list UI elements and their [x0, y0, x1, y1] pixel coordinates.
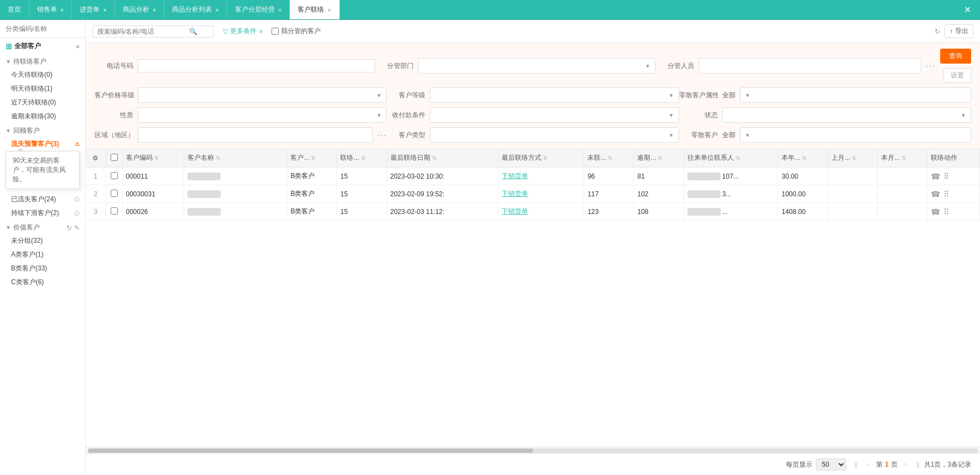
sidebar-item-lost-predict[interactable]: 流失预警客户(3) ⚠: [0, 137, 85, 151]
scrollbar-thumb[interactable]: [88, 448, 533, 453]
sidebar-item-b-class[interactable]: B类客户(33): [0, 262, 85, 275]
col-name[interactable]: 客户名称 ⇅: [184, 149, 287, 168]
sidebar-search-input[interactable]: [6, 25, 86, 33]
col-name-sort[interactable]: ⇅: [216, 155, 220, 161]
col-settings[interactable]: ⚙: [86, 149, 106, 168]
status-select[interactable]: ▼: [722, 107, 971, 123]
action-more-icon[interactable]: ⠿: [943, 190, 949, 199]
col-contact-count-sort[interactable]: ⇅: [361, 155, 366, 161]
sidebar-item-week[interactable]: 近7天待联络(0): [0, 96, 85, 109]
search-input[interactable]: [97, 28, 186, 35]
col-type[interactable]: 客户... ⇅: [287, 149, 337, 168]
action-contact-icon[interactable]: ☎: [931, 207, 940, 216]
payment-select[interactable]: ▼: [430, 107, 679, 123]
action-contact-icon[interactable]: ☎: [931, 190, 940, 199]
row-checkbox[interactable]: [111, 207, 118, 215]
col-last-date[interactable]: 最后联络日期 ⇅: [387, 149, 498, 168]
edit-value-icon[interactable]: ✎: [74, 224, 80, 232]
person-dots[interactable]: ···: [926, 61, 936, 70]
sidebar-item-overdue[interactable]: 逾期未联络(30): [0, 109, 85, 123]
sidebar-item-already-lost[interactable]: 已流失客户(24) ⓘ: [0, 192, 85, 206]
zero-customer-select[interactable]: ▼: [740, 127, 971, 143]
search-icon[interactable]: 🔍: [189, 28, 197, 35]
col-last-method-sort[interactable]: ⇅: [543, 155, 548, 161]
tab-analysis-list[interactable]: 商品分析列表 ×: [164, 0, 227, 19]
tab-sales[interactable]: 销售单 ×: [29, 0, 72, 19]
row-checkbox[interactable]: [111, 190, 118, 197]
col-code[interactable]: 客户编码 ⇅: [122, 149, 184, 168]
sidebar-item-downtrend[interactable]: 持续下滑客户(2) ⓘ: [0, 206, 85, 220]
col-contact-count[interactable]: 联络... ⇅: [337, 149, 387, 168]
region-dots[interactable]: ···: [377, 131, 387, 139]
last-method-link[interactable]: 下销货单: [502, 172, 528, 180]
col-last-method[interactable]: 最后联络方式 ⇅: [498, 149, 584, 168]
first-page-button[interactable]: ⟪: [852, 461, 860, 469]
col-overdue-sort[interactable]: ⇅: [658, 155, 662, 161]
cell-checkbox[interactable]: [106, 203, 122, 221]
tab-purchase-close[interactable]: ×: [103, 7, 106, 13]
col-this-year[interactable]: 本年... ⇅: [778, 149, 828, 168]
last-method-link[interactable]: 下销货单: [502, 207, 528, 215]
gender-select[interactable]: ▼: [138, 107, 387, 123]
sidebar-group-pending[interactable]: ▼ 待联络客户: [0, 54, 85, 68]
col-this-year-sort[interactable]: ⇅: [802, 155, 806, 161]
col-checkbox[interactable]: [106, 149, 122, 168]
action-more-icon[interactable]: ⠿: [943, 207, 949, 216]
col-last-date-sort[interactable]: ⇅: [432, 155, 436, 161]
setting-button[interactable]: 设置: [943, 68, 971, 83]
my-customers-checkbox[interactable]: [272, 28, 279, 35]
tab-customer-contact[interactable]: 客户联络 ×: [290, 0, 339, 19]
customer-level-select[interactable]: ▼: [430, 87, 679, 103]
col-not-contacted[interactable]: 未联... ⇅: [584, 149, 634, 168]
sidebar-group-value[interactable]: ▼ 价值客户 ↻ ✎: [0, 220, 85, 234]
tab-customer-contact-close[interactable]: ×: [327, 7, 331, 13]
tab-analysis[interactable]: 商品分析 ×: [115, 0, 164, 19]
row-checkbox[interactable]: [111, 172, 118, 179]
action-contact-icon[interactable]: ☎: [931, 172, 940, 181]
more-filter-button[interactable]: ▽ 更多条件 ∧: [220, 25, 266, 38]
col-unit-contact[interactable]: 往来单位联系人 ⇅: [684, 149, 778, 168]
col-unit-contact-sort[interactable]: ⇅: [736, 155, 740, 161]
tab-purchase[interactable]: 进货单 ×: [72, 0, 114, 19]
select-all-checkbox[interactable]: [111, 154, 118, 161]
scrollbar-track[interactable]: [88, 448, 978, 453]
tab-analysis-list-close[interactable]: ×: [215, 7, 218, 13]
cell-checkbox[interactable]: [106, 185, 122, 203]
region-select[interactable]: [138, 127, 373, 143]
window-close-button[interactable]: ✕: [955, 0, 980, 19]
sidebar-item-tomorrow[interactable]: 明天待联络(1): [0, 82, 85, 96]
horizontal-scrollbar[interactable]: [86, 447, 980, 453]
prev-page-button[interactable]: ＜: [862, 460, 874, 469]
col-last-month[interactable]: 上月... ⇅: [828, 149, 878, 168]
phone-input[interactable]: [138, 59, 375, 72]
col-not-contacted-sort[interactable]: ⇅: [608, 155, 612, 161]
zero-attr-select[interactable]: ▼: [740, 87, 971, 103]
export-button[interactable]: ↑ 导出: [945, 24, 973, 38]
sidebar-item-today[interactable]: 今天待联络(0): [0, 68, 85, 82]
col-last-month-sort[interactable]: ⇅: [852, 155, 856, 161]
col-type-sort[interactable]: ⇅: [311, 155, 315, 161]
col-overdue[interactable]: 逾期... ⇅: [634, 149, 684, 168]
tab-customer-segment[interactable]: 客户分层经营 ×: [227, 0, 290, 19]
tab-customer-segment-close[interactable]: ×: [278, 7, 282, 13]
person-select[interactable]: [698, 58, 921, 74]
tab-home[interactable]: 首页: [0, 0, 29, 19]
last-method-link[interactable]: 下销货单: [502, 190, 528, 197]
refresh-value-icon[interactable]: ↻: [66, 224, 72, 232]
query-button[interactable]: 查询: [940, 49, 971, 64]
price-level-select[interactable]: ▼: [138, 87, 387, 103]
sidebar-all-customers[interactable]: ⊞ 全部客户 «: [0, 38, 85, 54]
col-this-month-sort[interactable]: ⇅: [901, 155, 906, 161]
tab-analysis-close[interactable]: ×: [153, 7, 156, 13]
my-customers-checkbox-label[interactable]: 我分管的客户: [272, 27, 321, 36]
col-this-month[interactable]: 本月... ⇅: [878, 149, 927, 168]
tab-sales-close[interactable]: ×: [60, 7, 64, 13]
next-page-button[interactable]: ＞: [900, 460, 911, 469]
action-more-icon[interactable]: ⠿: [943, 172, 949, 181]
refresh-button[interactable]: ↻: [935, 28, 940, 35]
page-size-select[interactable]: 50 100: [816, 458, 846, 471]
col-code-sort[interactable]: ⇅: [154, 155, 159, 161]
dept-select[interactable]: ▼: [418, 58, 655, 74]
last-page-button[interactable]: ⟫: [914, 461, 922, 469]
cell-checkbox[interactable]: [106, 168, 122, 185]
